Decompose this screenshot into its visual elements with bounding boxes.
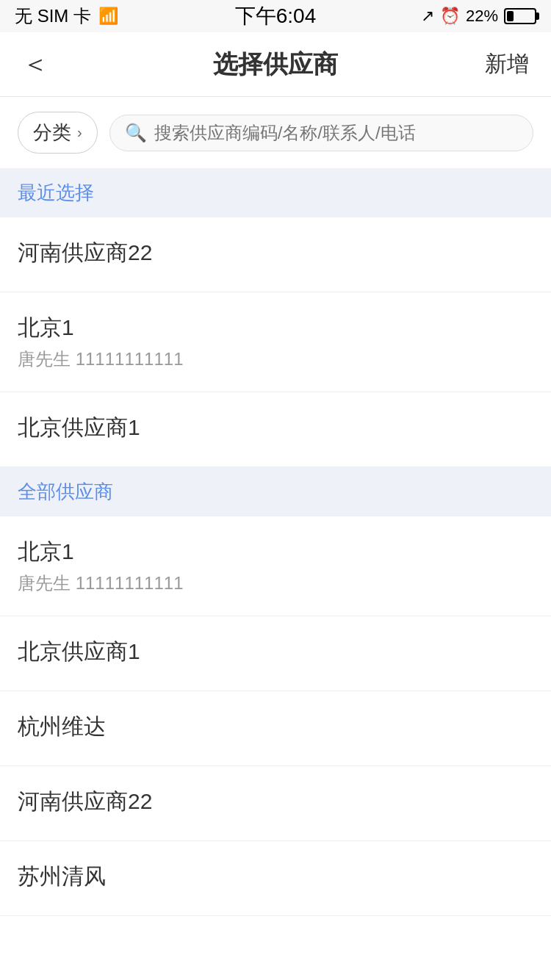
recent-section-label: 最近选择 — [18, 181, 94, 203]
item-name: 杭州维达 — [18, 712, 533, 742]
item-name: 河南供应商22 — [18, 787, 533, 817]
back-button[interactable]: ＜ — [22, 46, 66, 82]
filter-bar: 分类 › 🔍 — [0, 97, 551, 168]
search-input[interactable] — [154, 123, 518, 143]
list-item[interactable]: 河南供应商22 — [0, 766, 551, 841]
status-left: 无 SIM 卡 📶 — [15, 4, 118, 28]
recent-list: 河南供应商22北京1唐先生 11111111111北京供应商1 — [0, 217, 551, 467]
carrier-text: 无 SIM 卡 — [15, 4, 91, 28]
search-box[interactable]: 🔍 — [109, 115, 533, 151]
category-button[interactable]: 分类 › — [18, 112, 98, 154]
battery-icon — [504, 8, 536, 24]
location-icon: ↗ — [421, 7, 434, 26]
item-name: 北京供应商1 — [18, 637, 533, 667]
list-item[interactable]: 北京供应商1 — [0, 392, 551, 467]
search-icon: 🔍 — [125, 123, 147, 143]
battery-percent: 22% — [466, 7, 498, 26]
item-contact: 唐先生 11111111111 — [18, 347, 533, 371]
add-button[interactable]: 新增 — [485, 49, 529, 79]
nav-bar: ＜ 选择供应商 新增 — [0, 32, 551, 97]
page-title: 选择供应商 — [66, 48, 485, 82]
wifi-icon: 📶 — [98, 7, 118, 26]
list-item[interactable]: 苏州清风 — [0, 841, 551, 916]
status-time: 下午6:04 — [235, 2, 317, 30]
recent-section-header: 最近选择 — [0, 168, 551, 217]
item-name: 苏州清风 — [18, 862, 533, 892]
list-item[interactable]: 杭州维达 — [0, 691, 551, 766]
all-list: 北京1唐先生 11111111111北京供应商1杭州维达河南供应商22苏州清风 — [0, 516, 551, 916]
list-item[interactable]: 北京1唐先生 11111111111 — [0, 516, 551, 616]
item-name: 河南供应商22 — [18, 238, 533, 268]
category-label: 分类 — [33, 120, 71, 145]
status-bar: 无 SIM 卡 📶 下午6:04 ↗ ⏰ 22% — [0, 0, 551, 32]
list-item[interactable]: 北京1唐先生 11111111111 — [0, 292, 551, 392]
item-name: 北京1 — [18, 313, 533, 343]
all-section-label: 全部供应商 — [18, 480, 113, 502]
alarm-icon: ⏰ — [440, 7, 460, 26]
status-right: ↗ ⏰ 22% — [421, 7, 536, 26]
chevron-right-icon: › — [77, 124, 82, 141]
list-item[interactable]: 北京供应商1 — [0, 616, 551, 691]
all-section-header: 全部供应商 — [0, 467, 551, 516]
list-item[interactable]: 河南供应商22 — [0, 217, 551, 292]
item-contact: 唐先生 11111111111 — [18, 572, 533, 595]
item-name: 北京1 — [18, 537, 533, 567]
item-name: 北京供应商1 — [18, 413, 533, 443]
